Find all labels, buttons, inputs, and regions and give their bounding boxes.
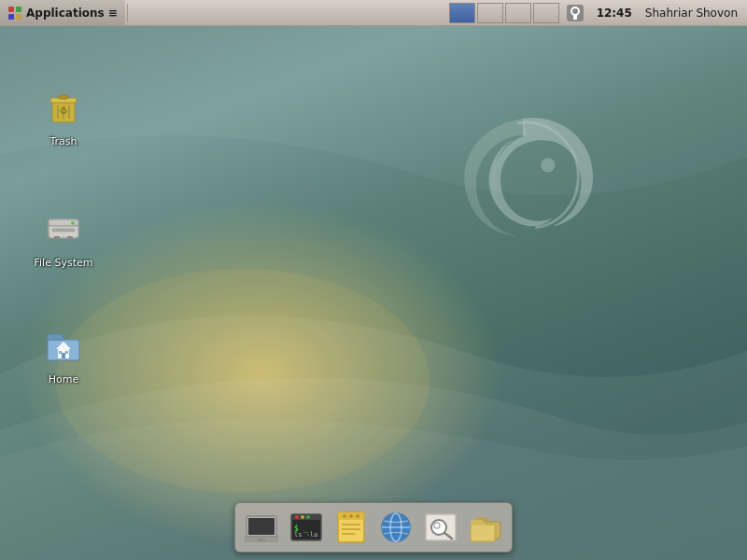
svg-rect-3: [16, 14, 21, 20]
network-icon: [565, 3, 585, 23]
workspace-2-button[interactable]: [477, 3, 503, 23]
svg-rect-20: [52, 229, 75, 231]
trash-label: Trash: [49, 135, 77, 148]
svg-rect-18: [54, 236, 60, 240]
dock-item-notes[interactable]: [331, 507, 372, 548]
filesystem-svg: [43, 208, 84, 249]
trash-icon-desktop[interactable]: ♻ Trash: [26, 77, 101, 152]
workspace-4-button[interactable]: [533, 3, 559, 23]
menu-toggle-icon: ≡: [108, 7, 118, 20]
svg-text:ls -la: ls -la: [294, 531, 317, 539]
network-icon-area[interactable]: [561, 3, 589, 23]
username-area[interactable]: Shahriar Shovon: [640, 7, 743, 20]
svg-rect-11: [59, 95, 68, 99]
svg-point-34: [295, 515, 299, 519]
svg-point-7: [56, 269, 430, 493]
home-svg: [43, 325, 84, 366]
clock: 12:45: [591, 7, 638, 20]
svg-point-35: [301, 515, 304, 519]
svg-point-21: [71, 221, 75, 225]
screenshot-icon: [245, 511, 278, 544]
svg-rect-25: [62, 353, 65, 358]
svg-rect-29: [248, 518, 275, 535]
desktop-waves: [0, 26, 747, 560]
svg-point-31: [258, 539, 265, 541]
desktop: ♻ Trash File System: [0, 26, 747, 560]
svg-rect-0: [8, 7, 14, 12]
filesystem-icon-image: [37, 203, 90, 255]
taskbar-right: 12:45 Shahriar Shovon: [449, 0, 747, 25]
svg-rect-56: [471, 525, 495, 541]
svg-rect-2: [8, 14, 14, 20]
notes-icon: [334, 511, 368, 544]
svg-point-46: [356, 514, 359, 518]
dock-item-browser[interactable]: [375, 507, 416, 548]
dock-item-terminal[interactable]: $ _ ls -la: [286, 507, 327, 548]
home-label: Home: [49, 373, 78, 386]
dock-item-search[interactable]: [420, 507, 461, 548]
browser-icon: [379, 511, 413, 544]
files-icon: [469, 511, 502, 544]
debian-swirl-logo: [430, 101, 616, 306]
trash-icon-image: ♻: [37, 81, 90, 133]
svg-rect-27: [65, 351, 68, 354]
app-menu-icon: [7, 6, 22, 21]
applications-label: Applications: [26, 7, 105, 20]
svg-rect-26: [59, 351, 62, 354]
workspace-3-button[interactable]: [505, 3, 531, 23]
filesystem-icon-desktop[interactable]: File System: [26, 199, 101, 273]
dock-item-files[interactable]: [465, 507, 506, 548]
search-icon: [424, 511, 458, 544]
svg-text:♻: ♻: [60, 105, 68, 116]
trash-svg: ♻: [43, 87, 84, 128]
svg-point-45: [349, 514, 353, 518]
svg-point-44: [343, 514, 346, 518]
taskbar-separator: [127, 4, 128, 22]
svg-rect-19: [67, 236, 73, 240]
terminal-icon: $ _ ls -la: [289, 511, 323, 544]
home-icon-desktop[interactable]: Home: [26, 315, 101, 390]
dock-item-screenshot[interactable]: [241, 507, 282, 548]
svg-rect-1: [16, 7, 21, 12]
svg-point-36: [306, 515, 310, 519]
filesystem-label: File System: [35, 257, 93, 270]
svg-rect-6: [573, 14, 577, 20]
dock: $ _ ls -la: [234, 502, 513, 553]
applications-menu[interactable]: Applications ≡: [0, 0, 125, 25]
username-label: Shahriar Shovon: [645, 7, 738, 20]
workspace-1-button[interactable]: [449, 3, 475, 23]
svg-point-8: [541, 158, 555, 172]
taskbar: Applications ≡ 12:45 Shahriar Shovon: [0, 0, 747, 26]
home-icon-image: [37, 319, 90, 371]
